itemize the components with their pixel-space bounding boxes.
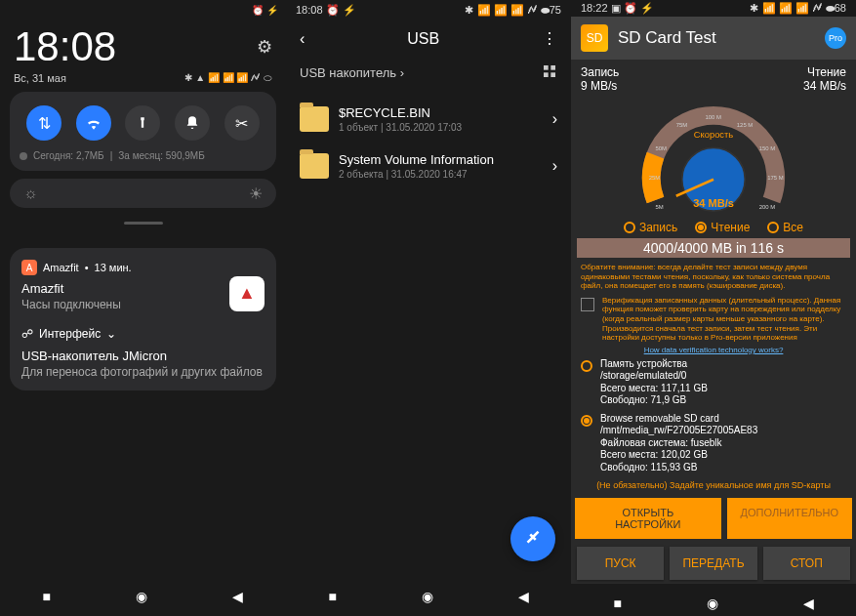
plug-icon: ⚡ bbox=[266, 5, 278, 16]
nav-back[interactable]: ◀ bbox=[518, 589, 529, 604]
view-grid-icon[interactable] bbox=[542, 63, 557, 82]
svg-text:75M: 75M bbox=[676, 122, 688, 128]
read-label: Чтение bbox=[803, 65, 846, 79]
brightness-high-icon: ☀ bbox=[249, 185, 263, 203]
fab-clean[interactable] bbox=[510, 516, 555, 561]
radio-icon[interactable] bbox=[581, 415, 592, 427]
svg-rect-3 bbox=[550, 72, 555, 77]
svg-text:175 M: 175 M bbox=[767, 175, 784, 181]
usb-icon: ☍ bbox=[21, 327, 33, 341]
nav-recents[interactable]: ■ bbox=[613, 595, 621, 611]
folder-row[interactable]: System Volume Information 2 объекта | 31… bbox=[286, 143, 571, 189]
verify-text: Верификация записанных данных (длительны… bbox=[602, 296, 846, 343]
screen-notification-shade: ⏰ ⚡ 18:08 ⚙ Вс, 31 мая ✱ ▲ 📶 📶 📶 🗲 ⬭ ⇅ ✂… bbox=[0, 0, 286, 616]
write-value: 9 MB/s bbox=[581, 79, 619, 93]
storage-total: Всего места: 117,11 GB bbox=[600, 383, 708, 395]
folder-icon bbox=[300, 106, 329, 132]
status-icons: ✱ 📶 📶 📶 🗲 ⬬68 bbox=[750, 2, 846, 15]
svg-rect-0 bbox=[544, 65, 549, 70]
checkbox-icon[interactable] bbox=[581, 298, 594, 311]
stop-button[interactable]: СТОП bbox=[763, 547, 850, 580]
gauge-value: 34 MB/s bbox=[693, 197, 734, 209]
radio-write[interactable]: Запись bbox=[624, 221, 677, 234]
screen-file-manager: 18:08 ⏰ ⚡ ✱ 📶 📶 📶 🗲 ⬬75 ‹ USB ⋮ USB нако… bbox=[286, 0, 571, 616]
app-titlebar: SD SD Card Test Pro bbox=[571, 17, 856, 60]
help-link[interactable]: How data verification technology works? bbox=[571, 345, 856, 355]
sb-time: 18:22 bbox=[581, 2, 608, 15]
storage-sd[interactable]: Browse removable SD card /mnt/media_rw/F… bbox=[571, 410, 856, 477]
svg-text:50M: 50M bbox=[656, 145, 668, 151]
storage-free: Свободно: 115,93 GB bbox=[600, 462, 757, 474]
svg-text:125 M: 125 M bbox=[737, 122, 754, 128]
radio-read[interactable]: Чтение bbox=[695, 221, 750, 234]
navigation-bar: ■ ◉ ◀ bbox=[0, 577, 286, 616]
storage-internal[interactable]: Память устройства /storage/emulated/0 Вс… bbox=[571, 355, 856, 410]
nav-back[interactable]: ◀ bbox=[232, 589, 243, 604]
send-button[interactable]: ПЕРЕДАТЬ bbox=[670, 547, 756, 580]
notif-sep: • bbox=[85, 262, 89, 273]
radio-icon[interactable] bbox=[581, 360, 592, 372]
notif-body: Часы подключены bbox=[21, 298, 121, 311]
svg-text:200 M: 200 M bbox=[759, 204, 776, 210]
toggle-wifi[interactable] bbox=[76, 105, 111, 141]
storage-free: Свободно: 71,9 GB bbox=[600, 394, 708, 407]
chevron-right-icon: › bbox=[552, 157, 557, 175]
verify-option[interactable]: Верификация записанных данных (длительны… bbox=[571, 294, 856, 345]
svg-text:100 M: 100 M bbox=[706, 114, 722, 120]
nav-back[interactable]: ◀ bbox=[803, 595, 814, 611]
nav-home[interactable]: ◉ bbox=[422, 589, 433, 604]
brightness-slider[interactable]: ☼ ☀ bbox=[10, 179, 276, 208]
breadcrumb-row: USB накопитель › bbox=[286, 58, 571, 96]
radio-all[interactable]: Все bbox=[767, 221, 803, 234]
settings-icon[interactable]: ⚙ bbox=[257, 36, 272, 58]
date-label: Вс, 31 мая bbox=[14, 72, 66, 84]
read-value: 34 MB/s bbox=[803, 79, 846, 93]
folder-icon bbox=[300, 153, 329, 179]
name-hint[interactable]: (Не обязательно) Задайте уникальное имя … bbox=[571, 476, 856, 494]
open-settings-button[interactable]: ОТКРЫТЬ НАСТРОЙКИ bbox=[575, 498, 721, 539]
back-icon[interactable]: ‹ bbox=[300, 30, 305, 48]
interface-expand[interactable]: ☍ Интерфейс ⌄ bbox=[21, 327, 265, 341]
action-row-2: ПУСК ПЕРЕДАТЬ СТОП bbox=[571, 543, 856, 584]
notification-card[interactable]: A Amazfit • 13 мин. Amazfit Часы подключ… bbox=[10, 248, 276, 390]
brightness-low-icon: ☼ bbox=[23, 185, 38, 202]
gauge-label: Скорость bbox=[694, 130, 733, 140]
svg-text:150 M: 150 M bbox=[759, 145, 776, 151]
toggle-mobile-data[interactable]: ⇅ bbox=[26, 105, 61, 141]
action-row-1: ОТКРЫТЬ НАСТРОЙКИ ДОПОЛНИТЕЛЬНО bbox=[571, 494, 856, 543]
amazfit-icon: A bbox=[21, 260, 37, 275]
storage-title: Browse removable SD card bbox=[600, 413, 757, 426]
toggle-flashlight[interactable] bbox=[125, 105, 160, 141]
nav-home[interactable]: ◉ bbox=[136, 589, 147, 604]
amazfit-badge-icon: ▲ bbox=[229, 276, 265, 311]
svg-text:5M: 5M bbox=[656, 204, 664, 210]
more-icon[interactable]: ⋮ bbox=[542, 29, 557, 48]
chevron-down-icon: ⌄ bbox=[106, 327, 116, 341]
status-bar: 18:08 ⏰ ⚡ ✱ 📶 📶 📶 🗲 ⬬75 bbox=[286, 0, 571, 20]
toggle-dnd[interactable] bbox=[175, 105, 210, 141]
status-bar: ⏰ ⚡ bbox=[0, 0, 286, 20]
shade-handle[interactable] bbox=[124, 222, 163, 225]
folder-row[interactable]: $RECYCLE.BIN 1 объект | 31.05.2020 17:03… bbox=[286, 96, 571, 143]
data-usage: Сегодня: 2,7МБ | За месяц: 590,9МБ bbox=[20, 150, 266, 161]
more-button[interactable]: ДОПОЛНИТЕЛЬНО bbox=[727, 498, 852, 539]
navigation-bar: ■ ◉ ◀ bbox=[286, 577, 571, 616]
clock-time: 18:08 bbox=[14, 23, 116, 70]
usb-notif-body: Для переноса фотографий и других файлов bbox=[21, 365, 265, 379]
nav-recents[interactable]: ■ bbox=[43, 589, 51, 604]
progress-line: 4000/4000 MB in 116 s bbox=[577, 238, 850, 258]
usage-dot-icon bbox=[20, 152, 27, 160]
nav-recents[interactable]: ■ bbox=[328, 589, 336, 604]
mode-radio-group: Запись Чтение Все bbox=[571, 219, 856, 236]
header-title: USB bbox=[407, 30, 439, 48]
usage-month: За месяц: 590,9МБ bbox=[118, 150, 204, 161]
write-label: Запись bbox=[581, 65, 619, 79]
toggle-screenshot[interactable]: ✂ bbox=[224, 105, 260, 141]
status-icons: ✱ 📶 📶 📶 🗲 ⬬75 bbox=[465, 4, 561, 17]
start-button[interactable]: ПУСК bbox=[577, 547, 664, 580]
usage-today: Сегодня: 2,7МБ bbox=[33, 150, 104, 161]
nav-home[interactable]: ◉ bbox=[707, 595, 718, 611]
breadcrumb[interactable]: USB накопитель › bbox=[300, 65, 404, 80]
sb-time: 18:08 bbox=[296, 4, 323, 17]
storage-total: Всего места: 120,02 GB bbox=[600, 449, 757, 462]
